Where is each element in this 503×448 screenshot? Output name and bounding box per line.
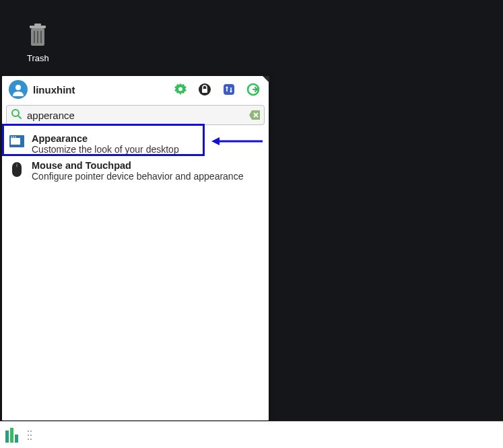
svg-rect-11	[226, 87, 228, 91]
search-bar[interactable]	[6, 105, 265, 125]
taskbar-handle-icon[interactable]	[27, 425, 32, 445]
svg-rect-12	[230, 87, 232, 91]
svg-rect-27	[5, 431, 9, 443]
result-item-mouse[interactable]: Mouse and Touchpad Configure pointer dev…	[2, 157, 269, 184]
svg-line-15	[18, 116, 21, 118]
logout-icon[interactable]	[246, 82, 261, 97]
svg-point-6	[15, 85, 21, 90]
svg-rect-28	[10, 428, 13, 443]
svg-rect-9	[202, 89, 207, 93]
svg-point-34	[28, 439, 29, 440]
search-icon	[11, 108, 22, 122]
svg-rect-1	[30, 26, 46, 28]
svg-rect-2	[34, 24, 41, 26]
appearance-icon	[9, 133, 25, 147]
svg-rect-25	[16, 164, 18, 167]
svg-point-31	[30, 431, 32, 432]
svg-point-35	[30, 439, 32, 440]
menu-header: linuxhint	[2, 76, 269, 103]
result-item-appearance[interactable]: Appearance Customize the look of your de…	[2, 130, 269, 157]
result-title: Appearance	[32, 133, 262, 144]
trash-desktop-icon[interactable]: Trash	[27, 19, 49, 63]
header-action-icons	[173, 82, 261, 97]
svg-rect-19	[11, 138, 20, 145]
user-avatar-icon[interactable]	[9, 80, 28, 99]
menu-icon[interactable]	[3, 425, 23, 445]
trash-icon	[27, 23, 48, 49]
application-menu: linuxhint	[2, 76, 269, 420]
svg-rect-4	[37, 31, 38, 43]
clear-icon[interactable]	[249, 110, 260, 120]
lock-icon[interactable]	[197, 82, 212, 97]
svg-point-7	[178, 87, 182, 91]
result-desc: Customize the look of your desktop	[32, 144, 262, 155]
svg-rect-22	[15, 137, 16, 137]
username-label: linuxhint	[33, 84, 168, 96]
svg-rect-29	[15, 435, 18, 443]
search-results: Appearance Customize the look of your de…	[2, 129, 269, 420]
svg-point-30	[28, 431, 29, 432]
svg-rect-5	[40, 31, 42, 43]
result-desc: Configure pointer device behavior and ap…	[32, 171, 262, 182]
search-input[interactable]	[27, 110, 244, 121]
desktop-background: Trash linuxhint	[0, 0, 503, 448]
trash-label: Trash	[27, 53, 49, 63]
svg-point-33	[30, 435, 32, 436]
mouse-icon	[9, 160, 25, 178]
switch-user-icon[interactable]	[222, 82, 236, 97]
svg-rect-20	[11, 137, 12, 137]
taskbar	[0, 421, 503, 448]
svg-rect-21	[13, 137, 14, 137]
svg-rect-10	[224, 84, 234, 95]
settings-icon[interactable]	[173, 82, 188, 97]
svg-point-32	[28, 435, 29, 436]
svg-rect-3	[34, 31, 35, 43]
result-title: Mouse and Touchpad	[32, 160, 262, 171]
